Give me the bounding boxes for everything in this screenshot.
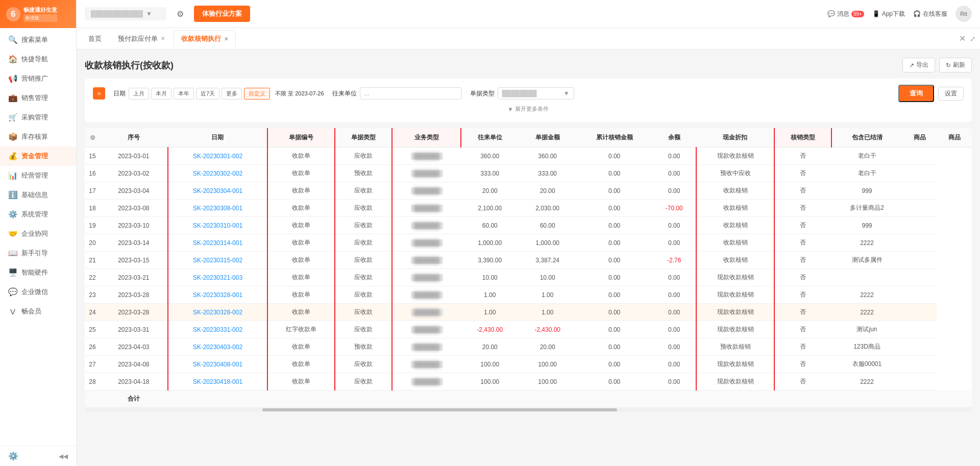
date-option-本月[interactable]: 本月 xyxy=(151,88,172,100)
close-icon[interactable]: ✕ xyxy=(959,34,966,43)
sidebar-item-system[interactable]: ⚙️ 系统管理 xyxy=(0,205,76,224)
order-link[interactable]: SK-20230328-001 xyxy=(193,291,242,299)
cell-order_no[interactable]: SK-20230315-002 xyxy=(168,252,267,269)
tab-close-receipt-verify[interactable]: ✕ xyxy=(224,36,228,42)
sidebar-item-member[interactable]: V 畅会员 xyxy=(0,302,76,321)
cell-order_no[interactable]: SK-20230328-001 xyxy=(168,286,267,304)
cell-index: 26 xyxy=(85,338,100,356)
order-link[interactable]: SK-20230315-002 xyxy=(193,257,242,264)
cell-partner: ██████ xyxy=(392,182,461,200)
sidebar-item-purchase[interactable]: 🛒 采购管理 xyxy=(0,108,76,127)
sidebar-label-hardware: 智能硬件 xyxy=(21,268,48,277)
query-button[interactable]: 查询 xyxy=(898,85,934,102)
table-settings-col[interactable]: ⚙ xyxy=(85,128,100,148)
settings-button[interactable]: 设置 xyxy=(938,87,964,101)
order-link[interactable]: SK-20230302-002 xyxy=(193,170,242,177)
expand-more-button[interactable]: ▼ 展开更多条件 xyxy=(93,102,964,116)
refresh-button[interactable]: ↻ 刷新 xyxy=(939,58,972,72)
date-option-上月[interactable]: 上月 xyxy=(129,88,149,100)
logo-icon: 6 xyxy=(6,7,20,21)
sidebar-label-sales: 销售管理 xyxy=(21,93,48,103)
cell-order_no[interactable]: SK-20230301-002 xyxy=(168,148,267,165)
solution-button[interactable]: 体验行业方案 xyxy=(194,6,250,22)
order-link[interactable]: SK-20230408-001 xyxy=(193,361,242,368)
online-service-button[interactable]: 🎧 在线客服 xyxy=(913,10,947,18)
sidebar-item-inventory[interactable]: 📦 库存核算 xyxy=(0,127,76,146)
app-selector[interactable]: ████████████ ▼ xyxy=(85,7,166,20)
cell-balance: 0.00 xyxy=(576,373,652,390)
settings-col-icon[interactable]: ⚙ xyxy=(90,134,95,141)
col-header-bill_type: 单据类型 xyxy=(335,128,392,148)
table-row: 202023-03-14SK-20230314-001收款单应收款██████1… xyxy=(85,234,972,252)
sidebar-item-quick[interactable]: 🏠 快捷导航 xyxy=(0,50,76,69)
sidebar-item-guide[interactable]: 📖 新手引导 xyxy=(0,243,76,263)
cell-include_settled: 否 xyxy=(774,234,831,252)
cell-order_no[interactable]: SK-20230418-001 xyxy=(168,373,267,390)
blurred-text: ██████ xyxy=(411,170,443,177)
app-download-button[interactable]: 📱 App下载 xyxy=(872,10,905,18)
date-custom-button[interactable]: 自定义 xyxy=(244,88,270,100)
bill-type-select[interactable]: ████████ ▼ xyxy=(498,87,574,100)
date-option-本年[interactable]: 本年 xyxy=(174,88,194,100)
date-label: 日期 xyxy=(113,89,126,98)
cell-order_no[interactable]: SK-20230321-003 xyxy=(168,269,267,286)
sidebar-item-sales[interactable]: 💼 销售管理 xyxy=(0,88,76,108)
order-link[interactable]: SK-20230314-001 xyxy=(193,239,242,247)
cell-amount: 100.00 xyxy=(461,373,519,390)
sidebar-item-marketing[interactable]: 📢 营销推广 xyxy=(0,69,76,88)
tab-label-prepay: 预付款应付单 xyxy=(118,34,158,43)
cell-order_no[interactable]: SK-20230302-002 xyxy=(168,165,267,182)
order-link[interactable]: SK-20230403-002 xyxy=(193,344,242,351)
date-option-近7天[interactable]: 近7天 xyxy=(196,88,219,100)
filter-expand-button[interactable]: » xyxy=(93,87,105,100)
expand-icon[interactable]: ⤢ xyxy=(970,35,976,43)
cell-order_no[interactable]: SK-20230331-002 xyxy=(168,321,267,338)
cell-partner: ██████ xyxy=(392,304,461,321)
date-option-更多[interactable]: 更多 xyxy=(222,88,242,100)
settings-icon[interactable]: ⚙️ xyxy=(8,451,18,461)
cell-order_no[interactable]: SK-20230308-001 xyxy=(168,200,267,217)
order-link[interactable]: SK-20230328-002 xyxy=(193,309,242,316)
cell-goods2 xyxy=(902,165,937,182)
cell-order_no[interactable]: SK-20230328-002 xyxy=(168,304,267,321)
horizontal-scrollbar[interactable] xyxy=(85,408,972,412)
order-link[interactable]: SK-20230331-002 xyxy=(193,326,242,333)
cell-goods2 xyxy=(902,182,937,200)
message-button[interactable]: 💬 消息 99+ xyxy=(827,10,864,18)
order-link[interactable]: SK-20230308-001 xyxy=(193,205,242,212)
tab-close-prepay[interactable]: ✕ xyxy=(161,36,165,41)
cell-order_no[interactable]: SK-20230310-001 xyxy=(168,217,267,234)
sidebar-item-corp[interactable]: 🤝 企业协同 xyxy=(0,224,76,243)
cell-order_no[interactable]: SK-20230304-001 xyxy=(168,182,267,200)
cell-order_no[interactable]: SK-20230408-001 xyxy=(168,356,267,373)
gear-button[interactable]: ⚙ xyxy=(173,6,188,21)
sidebar-item-base[interactable]: ℹ️ 基础信息 xyxy=(0,185,76,205)
order-link[interactable]: SK-20230304-001 xyxy=(193,187,242,194)
export-button[interactable]: ↗ 导出 xyxy=(902,58,935,72)
cell-verify_type: 现款收款核销 xyxy=(696,148,774,165)
order-link[interactable]: SK-20230418-001 xyxy=(193,378,242,385)
cell-order_no[interactable]: SK-20230314-001 xyxy=(168,234,267,252)
cell-balance: 0.00 xyxy=(576,234,652,252)
col-header-include_settled: 包含已结清 xyxy=(831,128,903,148)
order-link[interactable]: SK-20230301-002 xyxy=(193,153,242,160)
order-link[interactable]: SK-20230321-003 xyxy=(193,274,242,281)
tab-prepay[interactable]: 预付款应付单✕ xyxy=(110,30,173,47)
sidebar-item-search[interactable]: 🔍 搜索菜单 xyxy=(0,30,76,50)
collapse-icon[interactable]: ◀◀ xyxy=(59,453,68,460)
partner-input[interactable]: ... xyxy=(360,87,462,100)
sidebar-item-capital[interactable]: 💰 资金管理 xyxy=(0,146,76,166)
sidebar-item-ops[interactable]: 📊 经营管理 xyxy=(0,166,76,185)
cell-goods2 xyxy=(902,304,937,321)
cell-index: 22 xyxy=(85,269,100,286)
sidebar-item-wechat[interactable]: 💬 企业微信 xyxy=(0,282,76,302)
cell-order_no[interactable]: SK-20230403-002 xyxy=(168,338,267,356)
user-avatar[interactable]: Rit xyxy=(955,6,972,22)
sidebar-item-hardware[interactable]: 🖥️ 智能硬件 xyxy=(0,263,76,282)
scrollbar-thumb[interactable] xyxy=(262,408,617,411)
tab-home[interactable]: 首页 xyxy=(81,30,109,47)
tab-receipt-verify[interactable]: 收款核销执行✕ xyxy=(174,30,236,47)
cell-index: 24 xyxy=(85,304,100,321)
order-link[interactable]: SK-20230310-001 xyxy=(193,222,242,229)
cell-verified_amount: 1.00 xyxy=(519,286,576,304)
